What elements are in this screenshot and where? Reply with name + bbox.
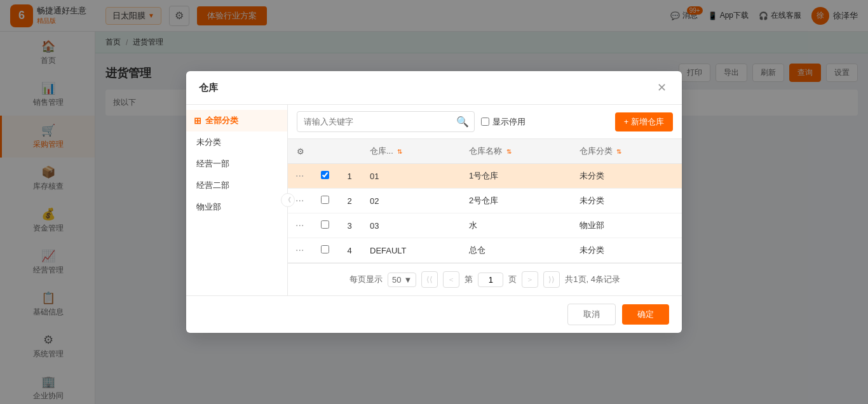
category-item-ops2[interactable]: 经营二部 — [186, 175, 287, 196]
category-item-ops1[interactable]: 经营一部 — [186, 153, 287, 175]
modal-title: 仓库 — [199, 82, 218, 94]
table-row[interactable]: ··· 1 01 1号仓库 未分类 — [288, 164, 682, 189]
category-item-property[interactable]: 物业部 — [186, 196, 287, 218]
row-code: DEFAULT — [362, 238, 461, 263]
row-category: 未分类 — [572, 189, 682, 213]
col-category-label: 仓库分类 — [580, 146, 613, 156]
category-all-label: 全部分类 — [205, 115, 238, 126]
content-toolbar: 🔍 显示停用 + 新增仓库 — [288, 105, 682, 139]
col-code-label: 仓库... — [370, 146, 393, 156]
row-checkbox-cell[interactable] — [313, 164, 337, 189]
row-name: 总仓 — [461, 238, 571, 263]
content-panel: 🔍 显示停用 + 新增仓库 ⚙ — [288, 105, 682, 295]
row-category: 物业部 — [572, 213, 682, 238]
add-warehouse-button[interactable]: + 新增仓库 — [615, 112, 673, 131]
col-gear: ⚙ — [288, 139, 313, 164]
last-page-button[interactable]: ⟩⟩ — [543, 271, 560, 288]
table-row[interactable]: ··· 4 DEFAULT 总仓 未分类 — [288, 238, 682, 263]
row-checkbox[interactable] — [321, 196, 329, 204]
sort-code-icon: ⇅ — [397, 148, 402, 155]
table-header-row: ⚙ 仓库... ⇅ 仓库名称 ⇅ — [288, 139, 682, 164]
row-checkbox[interactable] — [321, 220, 329, 229]
page-size-value: 50 — [392, 275, 401, 285]
modal-body: ⊞ 全部分类 未分类 经营一部 经营二部 物业部 《 — [186, 105, 682, 295]
page-label: 第 — [465, 274, 473, 285]
modal-footer: 取消 确定 — [186, 295, 682, 333]
row-code: 02 — [362, 189, 461, 213]
row-num: 4 — [337, 238, 362, 263]
col-check — [313, 139, 337, 164]
page-unit: 页 — [508, 274, 517, 285]
search-box: 🔍 — [297, 111, 475, 132]
category-panel: ⊞ 全部分类 未分类 经营一部 经营二部 物业部 《 — [186, 105, 288, 295]
row-name: 2号仓库 — [461, 189, 571, 213]
col-name-label: 仓库名称 — [469, 146, 502, 156]
row-more-icon[interactable]: ··· — [295, 170, 304, 182]
show-disabled-checkbox[interactable] — [481, 118, 489, 126]
row-num: 1 — [337, 164, 362, 189]
next-page-button[interactable]: ＞ — [522, 271, 538, 288]
row-num: 2 — [337, 189, 362, 213]
row-actions-cell: ··· — [288, 238, 313, 263]
sort-category-icon: ⇅ — [616, 148, 621, 155]
row-more-icon[interactable]: ··· — [295, 220, 304, 231]
row-checkbox-cell[interactable] — [313, 238, 337, 263]
row-more-icon[interactable]: ··· — [295, 195, 304, 206]
total-info: 共1页, 4条记录 — [565, 274, 620, 285]
page-number-input[interactable] — [478, 273, 503, 287]
row-category: 未分类 — [572, 164, 682, 189]
table-row[interactable]: ··· 2 02 2号仓库 未分类 — [288, 189, 682, 213]
row-code: 03 — [362, 213, 461, 238]
col-name-header[interactable]: 仓库名称 ⇅ — [461, 139, 571, 164]
search-button[interactable]: 🔍 — [451, 112, 474, 131]
col-num — [337, 139, 362, 164]
row-checkbox[interactable] — [321, 245, 329, 253]
row-category: 未分类 — [572, 238, 682, 263]
collapse-panel-button[interactable]: 《 — [281, 193, 295, 207]
category-all-item[interactable]: ⊞ 全部分类 — [186, 110, 287, 131]
grid-icon: ⊞ — [194, 116, 201, 126]
confirm-button[interactable]: 确定 — [622, 304, 669, 325]
page-size-label: 每页显示 — [349, 274, 383, 285]
data-table: ⚙ 仓库... ⇅ 仓库名称 ⇅ — [288, 139, 682, 263]
modal-overlay: 仓库 ✕ ⊞ 全部分类 未分类 经营一部 经营二部 — [0, 0, 868, 404]
row-code: 01 — [362, 164, 461, 189]
row-more-icon[interactable]: ··· — [295, 245, 304, 256]
modal-close-button[interactable]: ✕ — [654, 80, 669, 95]
row-checkbox-cell[interactable] — [313, 213, 337, 238]
row-name: 1号仓库 — [461, 164, 571, 189]
page-size-selector[interactable]: 50 ▼ — [388, 273, 416, 287]
warehouse-modal: 仓库 ✕ ⊞ 全部分类 未分类 经营一部 经营二部 — [186, 71, 682, 333]
category-item-unclassified[interactable]: 未分类 — [186, 131, 287, 153]
sort-name-icon: ⇅ — [506, 148, 512, 155]
prev-page-button[interactable]: ＜ — [443, 271, 459, 288]
row-name: 水 — [461, 213, 571, 238]
search-input[interactable] — [297, 113, 451, 130]
row-checkbox-cell[interactable] — [313, 189, 337, 213]
first-page-button[interactable]: ⟨⟨ — [421, 271, 438, 288]
page-size-arrow: ▼ — [403, 275, 412, 285]
cancel-button[interactable]: 取消 — [567, 304, 616, 325]
show-disabled-label[interactable]: 显示停用 — [481, 116, 526, 128]
table-row[interactable]: ··· 3 03 水 物业部 — [288, 213, 682, 238]
row-num: 3 — [337, 213, 362, 238]
row-checkbox[interactable] — [321, 171, 329, 179]
col-code-header[interactable]: 仓库... ⇅ — [362, 139, 461, 164]
col-category-header[interactable]: 仓库分类 ⇅ — [572, 139, 682, 164]
row-actions-cell: ··· — [288, 164, 313, 189]
row-actions-cell: ··· — [288, 213, 313, 238]
modal-header: 仓库 ✕ — [186, 71, 682, 105]
pagination: 每页显示 50 ▼ ⟨⟨ ＜ 第 页 ＞ ⟩⟩ 共1页, 4条记录 — [288, 263, 682, 295]
